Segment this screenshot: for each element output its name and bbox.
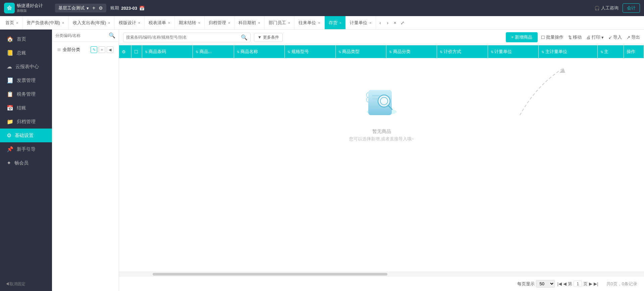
sidebar-item-archive[interactable]: 📁 归档管理 — [0, 115, 52, 129]
tab-balance[interactable]: 资产负债表(中期) × — [22, 16, 68, 30]
expand-icon[interactable]: ⤢ — [399, 19, 406, 27]
sidebar-item-invoice[interactable]: 🧾 发票管理 — [0, 74, 52, 87]
filter-button[interactable]: ▼ 更多条件 — [254, 33, 283, 42]
dropdown-icon: ▾ — [87, 6, 89, 11]
app-sub: 旗舰版 — [17, 8, 43, 13]
th-checkbox[interactable]: ☐ — [131, 45, 142, 58]
sidebar-ledger-label: 总账 — [17, 50, 26, 56]
cloud-icon: ☁ — [7, 63, 12, 70]
account-button[interactable]: 会计 — [623, 3, 640, 13]
tab-income[interactable]: 收入支出表(年报) × — [69, 16, 115, 30]
tab-balance-close[interactable]: × — [62, 21, 64, 25]
print-dropdown-icon: ▾ — [601, 35, 604, 40]
tab-inventory-close[interactable]: × — [339, 21, 341, 25]
home-icon: 🏠 — [7, 36, 13, 42]
tab-tax-label: 税表清单 — [149, 20, 166, 26]
current-page-input[interactable]: 1 — [574, 281, 582, 287]
category-search-input[interactable] — [55, 33, 107, 38]
filter-label: 更多条件 — [263, 35, 279, 40]
pagination: 每页显示 10 20 50 100 |◀ ◀ 第 1 页 — [119, 276, 644, 291]
empty-image-svg — [360, 78, 404, 122]
page-navigation: |◀ ◀ 第 1 页 ▶ ▶| — [557, 281, 598, 287]
move-button[interactable]: ⇅ 移动 — [568, 34, 582, 40]
settings-icon[interactable]: ⚙ — [99, 5, 103, 11]
export-label: 导出 — [631, 34, 640, 40]
horizontal-scrollbar[interactable] — [119, 272, 644, 276]
tab-archive[interactable]: 归档管理 × — [205, 16, 234, 30]
tab-inventory[interactable]: 存货 × — [325, 16, 346, 30]
last-page-button[interactable]: ▶| — [594, 281, 598, 286]
product-search-input[interactable] — [126, 35, 239, 40]
tab-income-close[interactable]: × — [108, 21, 110, 25]
tab-subject[interactable]: 科目期初 × — [234, 16, 264, 30]
tab-unit-close[interactable]: × — [369, 21, 371, 25]
add-icon[interactable]: + — [92, 5, 95, 11]
tab-period[interactable]: 期末结转 × — [175, 16, 205, 30]
tab-archive-close[interactable]: × — [228, 21, 230, 25]
tab-partner-close[interactable]: × — [318, 21, 320, 25]
archive-icon: 📁 — [7, 118, 13, 125]
company-tab[interactable]: 基层工会测试 ▾ + ⚙ — [55, 4, 106, 12]
total-records-label: 共0页，0条记录 — [606, 281, 637, 287]
tab-tax[interactable]: 税表清单 × — [145, 16, 174, 30]
sidebar-item-member[interactable]: ✦ 畅会员 — [0, 156, 52, 170]
tab-template[interactable]: 模版设计 × — [115, 16, 145, 30]
prev-page-button[interactable]: ◀ — [563, 281, 567, 286]
import-button[interactable]: ↙ 导入 — [608, 34, 622, 40]
tab-partner[interactable]: 往来单位 × — [294, 16, 324, 30]
print-icon: 🖨 — [586, 35, 591, 40]
edit-category-button[interactable]: ✎ — [91, 46, 97, 53]
new-product-button[interactable]: + 新增商品 — [506, 32, 538, 42]
calendar-icon[interactable]: 📅 — [139, 6, 145, 11]
per-page-label: 每页显示 — [517, 281, 535, 287]
sidebar-report-label: 云报表中心 — [15, 64, 39, 70]
sidebar-item-ledger[interactable]: 📒 总账 — [0, 46, 52, 60]
table-header-row: ⚙ ☐ ⇅ 商品条码 ⇅ 商品... ⇅ 商品名称 ⇅ 规格型号 ⇅ 商品类型 … — [119, 45, 644, 58]
add-category-button[interactable]: + — [99, 46, 105, 53]
scrollbar-thumb[interactable] — [153, 273, 387, 276]
tab-home-close[interactable]: × — [16, 21, 18, 25]
tab-template-close[interactable]: × — [138, 21, 140, 25]
sidebar-item-report[interactable]: ☁ 云报表中心 — [0, 60, 52, 74]
scroll-right-icon[interactable]: › — [384, 19, 391, 27]
tab-dept-close[interactable]: × — [288, 21, 290, 25]
search-icon[interactable]: 🔍 — [109, 32, 115, 39]
logo-icon: 会 — [4, 3, 15, 13]
tab-archive-label: 归档管理 — [209, 20, 226, 26]
tab-period-label: 期末结转 — [179, 20, 196, 26]
collapse-panel-button[interactable]: ◀ — [107, 46, 113, 53]
company-name: 基层工会测试 — [58, 5, 85, 11]
tab-unit[interactable]: 计量单位 × — [346, 16, 376, 30]
tab-balance-label: 资产负债表(中期) — [26, 20, 60, 26]
consult-button[interactable]: 🎧 人工咨询 — [594, 5, 619, 11]
sidebar-guide-label: 新手引导 — [17, 146, 36, 152]
first-page-button[interactable]: |◀ — [557, 281, 562, 286]
tab-dept[interactable]: 部门员工 × — [265, 16, 294, 30]
sidebar-item-close[interactable]: 📅 结账 — [0, 101, 52, 115]
per-page-dropdown[interactable]: 10 20 50 100 — [536, 280, 555, 288]
search-submit-icon[interactable]: 🔍 — [241, 34, 248, 41]
settings-icon: ⚙ — [7, 132, 11, 139]
scroll-left-icon[interactable]: ‹ — [377, 19, 384, 27]
print-button[interactable]: 🖨 打印 ▾ — [586, 34, 604, 40]
tab-period-close[interactable]: × — [198, 21, 200, 25]
batch-button[interactable]: ☐ 批量操作 — [541, 34, 564, 40]
sidebar-close-label: 结账 — [17, 105, 26, 111]
sidebar-item-tax[interactable]: 📋 税务管理 — [0, 87, 52, 101]
svg-rect-7 — [372, 95, 380, 96]
export-button[interactable]: ↗ 导出 — [627, 34, 640, 40]
tab-home[interactable]: 首页 × — [1, 16, 22, 30]
unpin-button[interactable]: ◀取消固定 — [0, 277, 52, 291]
sidebar-item-guide[interactable]: 📌 新手引导 — [0, 142, 52, 156]
next-page-button[interactable]: ▶ — [589, 281, 592, 286]
close-all-icon[interactable]: × — [391, 19, 399, 27]
sidebar-item-basic[interactable]: ⚙ 基础设置 — [0, 129, 52, 142]
page-prefix-label: 第 — [568, 281, 572, 287]
sidebar-item-home[interactable]: 🏠 首页 — [0, 32, 52, 46]
category-all[interactable]: ⊞ 全部分类 ✎ + ◀ — [55, 44, 116, 55]
th-settings[interactable]: ⚙ — [119, 45, 131, 58]
tab-subject-close[interactable]: × — [258, 21, 260, 25]
per-page-select: 每页显示 10 20 50 100 — [517, 280, 555, 288]
move-label: 移动 — [573, 34, 582, 40]
tab-tax-close[interactable]: × — [168, 21, 170, 25]
